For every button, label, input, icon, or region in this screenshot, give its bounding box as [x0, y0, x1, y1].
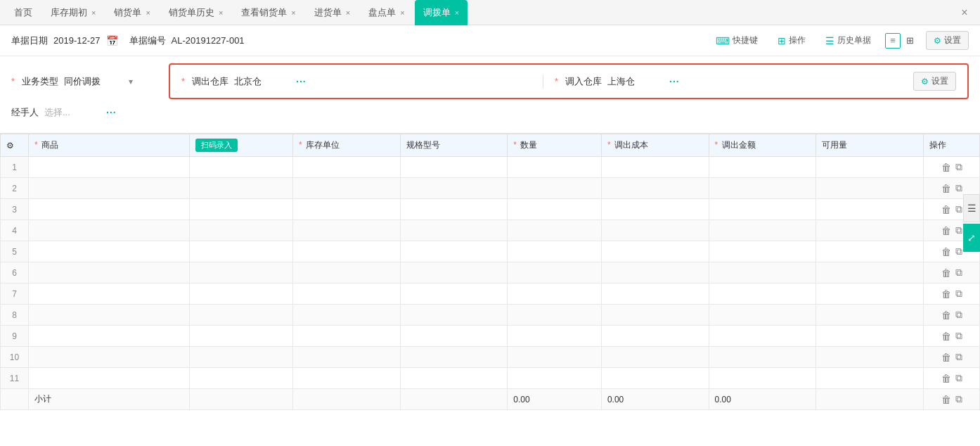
tab-purchase-order-close[interactable]: ×	[346, 8, 350, 17]
delete-icon[interactable]: 🗑	[941, 183, 951, 194]
row-cost[interactable]	[601, 199, 709, 220]
row-unit[interactable]	[292, 347, 400, 368]
row-spec[interactable]	[400, 347, 508, 368]
copy-icon[interactable]: ⧉	[955, 246, 962, 257]
tab-view-sales-close[interactable]: ×	[291, 8, 295, 17]
copy-icon[interactable]: ⧉	[955, 161, 962, 173]
delete-icon[interactable]: 🗑	[941, 225, 951, 236]
barcode-button[interactable]: 扫码录入	[195, 139, 238, 152]
row-spec[interactable]	[400, 178, 508, 199]
table-scroll[interactable]: ⚙ * 商品 扫码录入 * 库存单位 规格型号 *	[0, 134, 980, 410]
handler-more[interactable]: ···	[106, 107, 117, 118]
row-spec[interactable]	[400, 241, 508, 262]
copy-icon[interactable]: ⧉	[955, 203, 962, 215]
row-amount[interactable]	[709, 241, 816, 262]
row-unit[interactable]	[292, 199, 400, 220]
copy-icon[interactable]: ⧉	[955, 267, 962, 279]
delete-icon[interactable]: 🗑	[941, 352, 951, 363]
row-product[interactable]	[29, 368, 190, 389]
row-unit[interactable]	[292, 178, 400, 199]
row-product[interactable]	[29, 347, 190, 368]
subtotal-copy-icon[interactable]: ⧉	[955, 393, 962, 405]
row-unit[interactable]	[292, 283, 400, 305]
row-cost[interactable]	[601, 178, 709, 199]
delete-icon[interactable]: 🗑	[941, 373, 951, 384]
row-qty[interactable]	[508, 368, 602, 389]
row-amount[interactable]	[709, 283, 816, 305]
operations-button[interactable]: ⊞ 操作	[772, 32, 811, 49]
delete-icon[interactable]: 🗑	[941, 267, 951, 279]
delete-icon[interactable]: 🗑	[941, 288, 951, 300]
row-amount[interactable]	[709, 199, 816, 220]
row-amount[interactable]	[709, 305, 816, 326]
copy-icon[interactable]: ⧉	[955, 330, 962, 342]
delete-icon[interactable]: 🗑	[941, 162, 951, 173]
row-qty[interactable]	[508, 326, 602, 347]
row-spec[interactable]	[400, 262, 508, 283]
delete-icon[interactable]: 🗑	[941, 204, 951, 215]
delete-icon[interactable]: 🗑	[941, 310, 951, 321]
row-spec[interactable]	[400, 199, 508, 220]
warehouse-settings-button[interactable]: ⚙ 设置	[913, 72, 956, 91]
row-unit[interactable]	[292, 305, 400, 326]
copy-icon[interactable]: ⧉	[955, 182, 962, 194]
row-product[interactable]	[29, 178, 190, 199]
tab-inventory-count-close[interactable]: ×	[400, 8, 404, 17]
row-cost[interactable]	[601, 157, 709, 178]
delete-icon[interactable]: 🗑	[941, 246, 951, 257]
business-type-value[interactable]: 同价调拨	[64, 75, 120, 88]
warehouse-in-more[interactable]: ···	[669, 76, 680, 87]
row-unit[interactable]	[292, 262, 400, 283]
row-product[interactable]	[29, 326, 190, 347]
row-spec[interactable]	[400, 283, 508, 305]
calendar-icon[interactable]: 📅	[106, 35, 118, 46]
settings-button[interactable]: ⚙ 设置	[926, 31, 969, 50]
row-amount[interactable]	[709, 368, 816, 389]
tab-inventory-init[interactable]: 库存期初 ×	[42, 0, 104, 25]
row-product[interactable]	[29, 262, 190, 283]
tab-sales-history[interactable]: 销货单历史 ×	[160, 0, 231, 25]
shortcuts-button[interactable]: ⌨ 快捷键	[710, 32, 763, 49]
tab-home[interactable]: 首页	[6, 0, 41, 25]
row-qty[interactable]	[508, 178, 602, 199]
row-amount[interactable]	[709, 220, 816, 241]
tab-transfer-close[interactable]: ×	[455, 8, 459, 17]
row-qty[interactable]	[508, 347, 602, 368]
layout-grid-icon[interactable]: ⊞	[902, 33, 917, 49]
tab-inventory-count[interactable]: 盘点单 ×	[360, 0, 413, 25]
tab-transfer[interactable]: 调拨单 ×	[415, 0, 468, 25]
copy-icon[interactable]: ⧉	[955, 224, 962, 236]
row-amount[interactable]	[709, 157, 816, 178]
row-spec[interactable]	[400, 326, 508, 347]
row-amount[interactable]	[709, 326, 816, 347]
row-cost[interactable]	[601, 326, 709, 347]
float-expand-button[interactable]: ⤢	[963, 224, 980, 252]
row-unit[interactable]	[292, 368, 400, 389]
row-cost[interactable]	[601, 305, 709, 326]
row-cost[interactable]	[601, 262, 709, 283]
th-settings[interactable]: ⚙	[1, 134, 29, 157]
row-qty[interactable]	[508, 283, 602, 305]
layout-list-icon[interactable]: ≡	[885, 33, 901, 49]
float-list-button[interactable]: ☰	[963, 194, 980, 222]
tab-sales-history-close[interactable]: ×	[219, 8, 223, 17]
row-cost[interactable]	[601, 241, 709, 262]
row-cost[interactable]	[601, 347, 709, 368]
row-spec[interactable]	[400, 368, 508, 389]
tab-view-sales[interactable]: 查看销货单 ×	[233, 0, 304, 25]
copy-icon[interactable]: ⧉	[955, 372, 962, 384]
copy-icon[interactable]: ⧉	[955, 309, 962, 321]
row-qty[interactable]	[508, 241, 602, 262]
row-spec[interactable]	[400, 305, 508, 326]
row-product[interactable]	[29, 305, 190, 326]
row-spec[interactable]	[400, 220, 508, 241]
row-qty[interactable]	[508, 262, 602, 283]
row-product[interactable]	[29, 241, 190, 262]
row-unit[interactable]	[292, 241, 400, 262]
tab-sales-order-close[interactable]: ×	[146, 8, 150, 17]
window-close-button[interactable]: ×	[955, 3, 974, 23]
row-cost[interactable]	[601, 220, 709, 241]
row-amount[interactable]	[709, 262, 816, 283]
row-product[interactable]	[29, 199, 190, 220]
copy-icon[interactable]: ⧉	[955, 351, 962, 363]
